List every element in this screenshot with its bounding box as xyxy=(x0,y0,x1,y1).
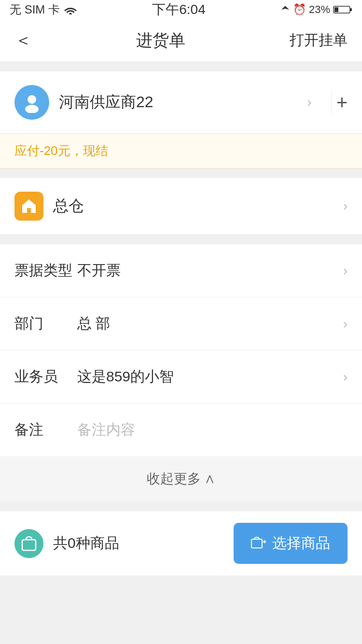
status-time: 下午6:04 xyxy=(152,0,206,19)
open-pending-button[interactable]: 打开挂单 xyxy=(290,30,348,50)
status-bar: 无 SIM 卡 下午6:04 ⏰ 23% xyxy=(0,0,362,19)
house-icon xyxy=(20,197,38,215)
warehouse-row[interactable]: 总仓 › xyxy=(0,178,362,234)
dept-row[interactable]: 部门 总 部 › xyxy=(0,297,362,350)
invoice-chevron-icon: › xyxy=(343,263,348,279)
notice-bar: 应付-20元，现结 xyxy=(0,133,362,168)
svg-point-5 xyxy=(25,105,39,113)
supplier-divider xyxy=(331,90,332,114)
invoice-value: 不开票 xyxy=(77,261,343,280)
remark-input[interactable]: 备注内容 xyxy=(77,420,348,440)
section-gap-1 xyxy=(0,62,362,71)
svg-rect-3 xyxy=(334,7,338,12)
section-gap-4 xyxy=(0,502,362,511)
supplier-section: 河南供应商22 › + 应付-20元，现结 xyxy=(0,71,362,168)
status-left: 无 SIM 卡 xyxy=(10,2,77,17)
bottom-bar: 共0种商品 选择商品 xyxy=(0,511,362,575)
add-supplier-button[interactable]: + xyxy=(336,93,348,112)
sales-label: 业务员 xyxy=(14,367,77,387)
sales-value: 这是859的小智 xyxy=(77,367,343,387)
warehouse-section: 总仓 › xyxy=(0,178,362,234)
section-gap-3 xyxy=(0,234,362,244)
no-sim-text: 无 SIM 卡 xyxy=(10,2,60,17)
battery-text: 23% xyxy=(309,3,330,16)
dept-value: 总 部 xyxy=(77,314,343,334)
svg-rect-7 xyxy=(251,539,262,548)
status-right: ⏰ 23% xyxy=(280,3,352,16)
supplier-row[interactable]: 河南供应商22 › + xyxy=(0,71,362,133)
supplier-chevron-icon: › xyxy=(307,95,311,110)
svg-rect-6 xyxy=(22,540,36,550)
collapse-button[interactable]: 收起更多 ∧ xyxy=(0,456,362,502)
warehouse-icon xyxy=(14,192,43,221)
battery-icon xyxy=(333,5,352,14)
remark-label: 备注 xyxy=(14,420,77,440)
nav-bar: ＜ 进货单 打开挂单 xyxy=(0,19,362,62)
warehouse-chevron-icon: › xyxy=(343,198,348,214)
empty-area xyxy=(0,575,362,644)
location-icon xyxy=(280,5,290,14)
goods-count: 共0种商品 xyxy=(53,533,224,553)
remark-row[interactable]: 备注 备注内容 xyxy=(0,403,362,456)
wifi-icon xyxy=(64,5,77,14)
svg-rect-2 xyxy=(350,8,352,11)
svg-point-4 xyxy=(28,95,36,104)
warehouse-name: 总仓 xyxy=(53,196,343,217)
sales-row[interactable]: 业务员 这是859的小智 › xyxy=(0,350,362,403)
sales-chevron-icon: › xyxy=(343,369,348,385)
invoice-row[interactable]: 票据类型 不开票 › xyxy=(0,244,362,297)
supplier-avatar xyxy=(14,85,49,120)
select-goods-button[interactable]: 选择商品 xyxy=(234,523,348,564)
select-goods-label: 选择商品 xyxy=(272,533,330,553)
supplier-name: 河南供应商22 xyxy=(59,92,307,113)
dept-chevron-icon: › xyxy=(343,316,348,332)
alarm-icon: ⏰ xyxy=(293,3,306,16)
svg-point-0 xyxy=(70,13,72,15)
form-section: 票据类型 不开票 › 部门 总 部 › 业务员 这是859的小智 › 备注 备注… xyxy=(0,244,362,456)
back-button[interactable]: ＜ xyxy=(14,28,32,52)
select-goods-icon xyxy=(251,537,266,550)
section-gap-2 xyxy=(0,168,362,178)
dept-label: 部门 xyxy=(14,314,77,334)
shopping-bag-icon xyxy=(20,535,38,552)
notice-text: 应付-20元，现结 xyxy=(14,143,108,158)
invoice-label: 票据类型 xyxy=(14,261,77,280)
page-title: 进货单 xyxy=(136,29,185,52)
person-icon xyxy=(21,92,42,113)
goods-icon xyxy=(14,529,43,558)
